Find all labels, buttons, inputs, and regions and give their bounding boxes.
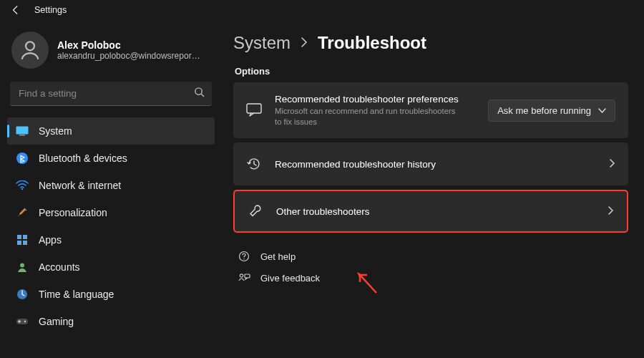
sidebar-item-label: Apps [39,234,62,246]
breadcrumb-parent[interactable]: System [233,33,291,53]
sidebar-item-label: Network & internet [39,180,121,191]
sidebar-item-apps[interactable]: Apps [7,226,215,253]
avatar [11,32,49,69]
breadcrumb: System Troubleshoot [233,33,628,53]
card-title: Recommended troubleshooter history [275,159,610,170]
link-label: Give feedback [260,273,320,284]
card-recommended-prefs[interactable]: Recommended troubleshooter preferences M… [233,82,628,138]
app-title: Settings [34,5,67,15]
history-icon [246,156,262,172]
sidebar-item-label: Personalization [39,207,107,218]
svg-point-6 [21,188,23,190]
sidebar-item-label: Time & language [39,289,114,300]
sidebar-nav: System Bluetooth & devices Network & int… [7,117,215,335]
sidebar-item-system[interactable]: System [7,117,215,145]
prefs-select[interactable]: Ask me before running [488,100,615,122]
svg-rect-15 [247,104,261,113]
svg-point-14 [24,321,26,322]
get-help-link[interactable]: Get help [238,246,628,267]
main-panel: System Troubleshoot Options Recommended … [222,20,644,358]
link-label: Get help [260,251,296,262]
back-button[interactable] [10,4,21,16]
sidebar-item-label: Accounts [39,261,80,273]
sidebar-item-personalization[interactable]: Personalization [7,199,215,226]
svg-rect-9 [17,241,21,245]
svg-rect-7 [17,235,21,239]
accounts-icon [16,261,29,274]
svg-point-17 [243,258,244,259]
clock-globe-icon [16,288,29,301]
svg-rect-19 [245,274,250,278]
help-icon [238,250,250,263]
select-value: Ask me before running [497,105,591,116]
message-icon [246,102,262,118]
breadcrumb-current: Troubleshoot [318,33,426,53]
card-history[interactable]: Recommended troubleshooter history [233,142,628,185]
system-icon [16,125,29,137]
sidebar-item-label: Bluetooth & devices [39,153,127,164]
wifi-icon [16,179,29,192]
chevron-right-icon [610,158,615,170]
wrench-icon [248,203,263,219]
feedback-icon [238,271,250,284]
chevron-right-icon [608,205,614,218]
svg-rect-3 [16,127,29,135]
section-label-options: Options [235,66,628,77]
profile-email: alexandru_poloboc@windowsreport... [57,51,200,61]
paintbrush-icon [16,206,29,219]
sidebar-item-time-language[interactable]: Time & language [7,281,215,308]
svg-point-1 [195,88,202,95]
sidebar-item-label: System [39,125,72,137]
apps-icon [16,233,29,246]
chevron-right-icon [301,36,308,51]
card-title: Recommended troubleshooter preferences [275,94,488,105]
svg-rect-4 [19,135,25,136]
search-input[interactable] [19,88,194,99]
profile-block[interactable]: Alex Poloboc alexandru_poloboc@windowsre… [7,27,215,79]
search-icon [194,87,205,100]
sidebar-item-gaming[interactable]: Gaming [7,308,215,335]
sidebar-item-accounts[interactable]: Accounts [7,253,215,281]
help-links: Get help Give feedback [233,246,628,289]
sidebar: Alex Poloboc alexandru_poloboc@windowsre… [0,20,222,358]
sidebar-item-bluetooth[interactable]: Bluetooth & devices [7,145,215,172]
chevron-down-icon [598,105,606,116]
svg-rect-10 [23,241,27,245]
profile-name: Alex Poloboc [57,39,200,51]
card-other-troubleshooters[interactable]: Other troubleshooters [233,190,628,233]
svg-point-11 [20,263,24,268]
svg-point-18 [240,274,243,277]
card-title: Other troubleshooters [276,206,608,217]
gaming-icon [16,315,29,328]
svg-point-0 [26,42,34,50]
bluetooth-icon [16,152,29,165]
svg-line-2 [201,94,204,97]
sidebar-item-network[interactable]: Network & internet [7,172,215,199]
sidebar-item-label: Gaming [39,316,74,327]
card-subtitle: Microsoft can recommend and run troubles… [275,106,461,127]
give-feedback-link[interactable]: Give feedback [238,267,628,289]
search-box[interactable] [10,82,212,106]
svg-rect-8 [23,235,27,239]
